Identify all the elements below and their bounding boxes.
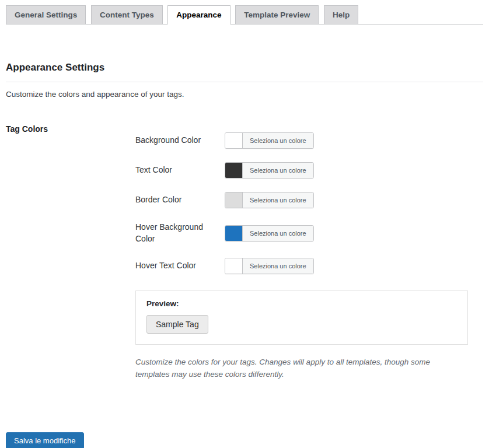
sample-tag: Sample Tag: [146, 315, 208, 334]
hover-text-color-picker-button[interactable]: Seleziona un colore: [243, 258, 313, 274]
hover-text-color-picker[interactable]: Seleziona un colore: [225, 258, 314, 274]
background-color-picker-button[interactable]: Seleziona un colore: [243, 133, 313, 148]
settings-page: General Settings Content Types Appearanc…: [0, 0, 489, 448]
tab-appearance[interactable]: Appearance: [167, 5, 230, 24]
text-color-picker[interactable]: Seleziona un colore: [225, 162, 314, 178]
tag-colors-fields: Background Color Seleziona un colore Tex…: [135, 124, 483, 381]
field-row-background-color: Background Color Seleziona un colore: [135, 132, 483, 149]
preview-label: Preview:: [146, 299, 457, 308]
tab-general-settings[interactable]: General Settings: [6, 5, 86, 24]
tab-help[interactable]: Help: [324, 5, 358, 24]
hover-background-color-swatch[interactable]: [225, 226, 243, 241]
border-color-swatch[interactable]: [225, 192, 243, 208]
hover-text-color-swatch[interactable]: [225, 258, 243, 274]
hover-background-color-picker[interactable]: Seleziona un colore: [225, 225, 314, 242]
hover-background-color-picker-button[interactable]: Seleziona un colore: [243, 226, 313, 241]
tab-template-preview[interactable]: Template Preview: [235, 5, 319, 24]
field-row-border-color: Border Color Seleziona un colore: [135, 192, 483, 208]
text-color-swatch[interactable]: [225, 163, 243, 178]
hover-background-color-label: Hover Background Color: [135, 222, 225, 244]
background-color-swatch[interactable]: [225, 133, 243, 148]
background-color-label: Background Color: [135, 135, 225, 146]
page-title: Appearance Settings: [6, 62, 483, 82]
field-row-hover-background-color: Hover Background Color Seleziona un colo…: [135, 222, 483, 244]
tab-bar: General Settings Content Types Appearanc…: [6, 0, 483, 24]
background-color-picker[interactable]: Seleziona un colore: [225, 132, 314, 149]
section-description: Customize the colors and appearance of y…: [6, 90, 483, 99]
tab-content-types[interactable]: Content Types: [91, 5, 163, 24]
field-row-hover-text-color: Hover Text Color Seleziona un colore: [135, 258, 483, 274]
save-button[interactable]: Salva le modifiche: [6, 432, 84, 448]
field-row-text-color: Text Color Seleziona un colore: [135, 162, 483, 178]
group-label-tag-colors: Tag Colors: [6, 124, 135, 381]
border-color-label: Border Color: [135, 194, 225, 206]
help-text: Customize the colors for your tags. Chan…: [135, 356, 462, 381]
hover-text-color-label: Hover Text Color: [135, 260, 225, 272]
submit-row: Salva le modifiche: [6, 432, 483, 448]
preview-box: Preview: Sample Tag: [135, 290, 468, 345]
border-color-picker[interactable]: Seleziona un colore: [225, 192, 314, 208]
text-color-label: Text Color: [135, 164, 225, 176]
appearance-form: Tag Colors Background Color Seleziona un…: [6, 124, 483, 381]
border-color-picker-button[interactable]: Seleziona un colore: [243, 192, 313, 208]
text-color-picker-button[interactable]: Seleziona un colore: [243, 163, 313, 178]
